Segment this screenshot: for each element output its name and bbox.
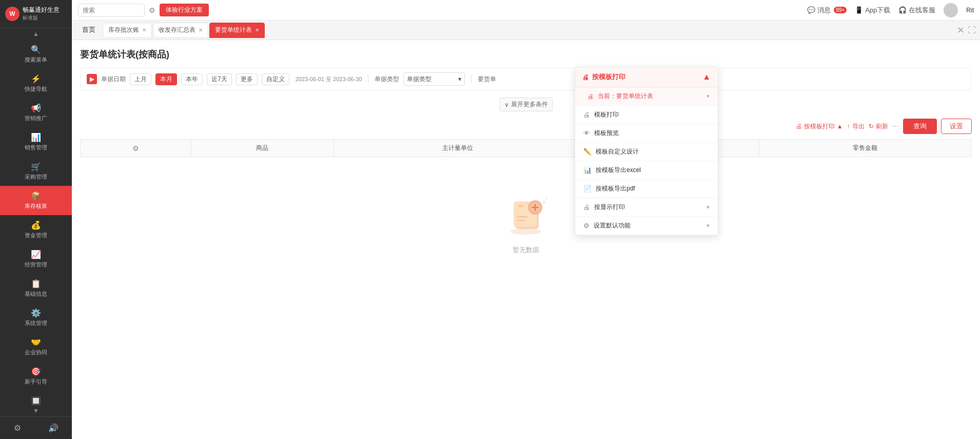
dropdown-item-2[interactable]: ✏️ 模板自定义设计	[575, 143, 718, 161]
dropdown-item-4[interactable]: 📄 按模板导出pdf	[575, 180, 718, 198]
sidebar-scroll-down[interactable]: ▼	[0, 405, 72, 416]
expand-more-button[interactable]: ∨ 展开更多条件	[500, 98, 553, 111]
print-button[interactable]: 🖨 按模板打印 ▲	[796, 122, 843, 131]
tab-close-icon[interactable]: ✕	[199, 28, 203, 33]
avatar[interactable]	[944, 3, 958, 17]
speaker-icon[interactable]: 🔊	[44, 421, 63, 435]
dropdown-item-0[interactable]: 🖨 模板打印	[575, 106, 718, 124]
sidebar-item-label: 系统管理	[25, 319, 47, 327]
sidebar-item-inventory[interactable]: 📦 库存核算	[0, 186, 72, 215]
type-select-label: 单据类型	[407, 75, 432, 84]
dropdown-item-1[interactable]: 👁 模板预览	[575, 124, 718, 143]
goods-filter-label: 要货单	[478, 75, 496, 84]
service-icon: 🎧	[898, 6, 907, 14]
sidebar-item-newbie[interactable]: 🎯 新手引导	[0, 361, 72, 391]
sidebar-item-basic[interactable]: 📋 基础信息	[0, 274, 72, 303]
sidebar-item-app-center[interactable]: 🔲 应用中心	[0, 391, 72, 405]
print-icon: 🖨	[796, 123, 802, 130]
svg-rect-7	[517, 216, 528, 218]
date-last-7-days[interactable]: 近7天	[207, 73, 232, 85]
online-service-button[interactable]: 🎧 在线客服	[898, 6, 935, 15]
tab-close-icon[interactable]: ✕	[142, 28, 146, 33]
expand-more-label: 展开更多条件	[511, 100, 548, 109]
app-download-button[interactable]: 📱 App下载	[855, 6, 890, 15]
trial-button[interactable]: 体验行业方案	[160, 4, 209, 16]
item-3-label: 按模板导出excel	[596, 166, 641, 175]
dropdown-item-5[interactable]: 🖨 按显示打印 ▾	[575, 198, 718, 217]
sidebar-item-enterprise[interactable]: 🤝 企业协同	[0, 332, 72, 361]
type-filter-label: 单据类型	[375, 75, 399, 84]
query-button[interactable]: 查询	[903, 119, 937, 134]
enterprise-icon: 🤝	[31, 337, 41, 347]
expand-more-icon: ∨	[504, 101, 509, 108]
page-title: 要货单统计表(按商品)	[80, 48, 972, 61]
print-dropdown: 🖨 按模板打印 ▲ 🖨 当前：要货单统计表 ▾ 🖨 模板打印 👁 模板预览 ✏️…	[575, 67, 718, 236]
sidebar-item-marketing[interactable]: 📢 营销推广	[0, 98, 72, 127]
sidebar-item-purchase[interactable]: 🛒 采购管理	[0, 157, 72, 186]
date-more[interactable]: 更多	[236, 73, 258, 85]
app-edition: 标准版	[23, 14, 60, 22]
item-6-label: 设置默认功能	[594, 221, 631, 230]
tab-inventory-batch[interactable]: 库存批次账 ✕	[103, 23, 152, 38]
dropdown-item-6[interactable]: ⚙ 设置默认功能 ▾	[575, 217, 718, 235]
more-options-icon[interactable]: ···	[892, 122, 899, 131]
tab-maximize-icon[interactable]: ⛶	[968, 26, 976, 35]
sidebar-item-operations[interactable]: 📈 经营管理	[0, 244, 72, 274]
date-custom[interactable]: 自定义	[262, 73, 289, 85]
svg-point-9	[543, 201, 545, 203]
dropdown-close-icon[interactable]: ▲	[702, 72, 711, 82]
filter-bar: ▶ 单据日期 上月 本月 本年 近7天 更多 自定义 2023-06-01 至 …	[80, 68, 972, 90]
dropdown-header: 🖨 按模板打印 ▲	[575, 67, 718, 87]
table-toolbar: 🖨 按模板打印 ▲ ↑ 导出 ↻ 刷新 ··· 查询 设置	[80, 116, 972, 137]
dropdown-current-item[interactable]: 🖨 当前：要货单统计表 ▾	[575, 87, 718, 106]
sidebar-item-finance[interactable]: 💰 资金管理	[0, 215, 72, 244]
tab-home[interactable]: 首页	[76, 22, 102, 39]
tab-label: 收发存汇总表	[159, 26, 195, 34]
message-icon: 💬	[807, 6, 815, 14]
sidebar-item-sales[interactable]: 📊 销售管理	[0, 127, 72, 157]
scroll-up-icon: ▲	[33, 30, 39, 37]
topbar-right: 💬 消息 99+ 📱 App下载 🎧 在线客服 Rit	[807, 3, 974, 17]
marketing-icon: 📢	[31, 103, 41, 113]
filter-expand-button[interactable]: ▶	[87, 74, 97, 84]
current-item-icon: 🖨	[587, 93, 594, 100]
refresh-button[interactable]: ↻ 刷新	[869, 122, 888, 131]
date-this-year[interactable]: 本年	[181, 73, 203, 85]
inventory-icon: 📦	[31, 191, 41, 201]
tab-collect-summary[interactable]: 收发存汇总表 ✕	[153, 23, 208, 38]
table-col-retail: 零售金额	[759, 140, 971, 157]
item-6-icon: ⚙	[583, 222, 590, 230]
app-name: 畅赢通好生意	[23, 6, 60, 14]
sidebar-item-search[interactable]: 🔍 搜索菜单	[0, 40, 72, 69]
sidebar-item-system[interactable]: ⚙️ 系统管理	[0, 303, 72, 332]
table-col-settings[interactable]: ⚙	[81, 140, 191, 157]
export-button[interactable]: ↑ 导出	[847, 122, 865, 131]
date-last-month[interactable]: 上月	[130, 73, 151, 85]
finance-icon: 💰	[31, 220, 41, 230]
sidebar-item-label: 经营管理	[25, 261, 47, 269]
svg-point-6	[518, 204, 524, 207]
sidebar-item-label: 搜索菜单	[25, 56, 47, 64]
table-col-settings-icon[interactable]: ⚙	[132, 144, 139, 152]
topbar-search-input[interactable]	[78, 4, 145, 17]
settings-button[interactable]: 设置	[941, 119, 972, 134]
settings-bottom-icon[interactable]: ⚙	[10, 421, 25, 435]
item-5-arrow: ▾	[707, 204, 710, 211]
sidebar-scroll-up[interactable]: ▲	[0, 28, 72, 40]
tab-order-stats[interactable]: 要货单统计表 ✕	[209, 23, 265, 38]
system-icon: ⚙️	[31, 308, 41, 318]
tab-close-icon-active[interactable]: ✕	[255, 28, 259, 33]
type-filter-select[interactable]: 单据类型 ▾	[403, 72, 465, 86]
dropdown-item-3[interactable]: 📊 按模板导出excel	[575, 161, 718, 180]
empty-illustration	[500, 188, 552, 239]
date-this-month[interactable]: 本月	[155, 73, 177, 85]
sidebar-item-label: 销售管理	[25, 144, 47, 151]
sidebar-bottom: ⚙ 🔊	[0, 416, 72, 439]
export-icon: ↑	[847, 123, 850, 130]
messages-button[interactable]: 💬 消息 99+	[807, 6, 847, 15]
item-4-label: 按模板导出pdf	[596, 184, 635, 193]
sidebar-item-quick-nav[interactable]: ⚡ 快捷导航	[0, 69, 72, 98]
tab-close-window-icon[interactable]: ✕	[957, 25, 965, 36]
svg-rect-8	[517, 220, 525, 221]
topbar-gear-icon[interactable]: ⚙	[149, 6, 155, 14]
